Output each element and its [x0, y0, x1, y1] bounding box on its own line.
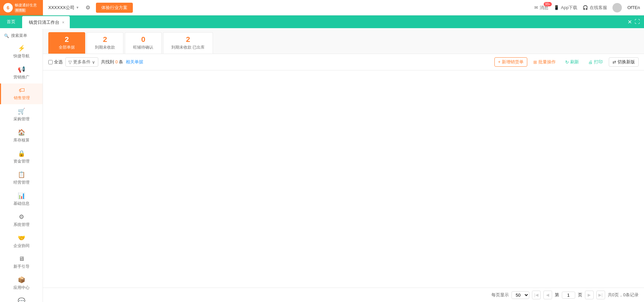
total-info: 共0页，0条记录	[608, 292, 639, 298]
print-button[interactable]: 🖨 打印	[585, 58, 606, 66]
sidebar-label-quick-nav: 快捷导航	[13, 53, 30, 59]
sidebar-label-inventory: 库存核算	[13, 137, 30, 143]
tab-home[interactable]: 首页	[0, 15, 22, 28]
logo-area: 6 畅捷通好生意 标准版	[0, 0, 43, 15]
batch-op-button[interactable]: ⊞ 批量操作	[530, 58, 559, 66]
sidebar-item-system[interactable]: ⚙ 系统管理	[0, 210, 43, 231]
sidebar-item-finance[interactable]: 🔒 资金管理	[0, 146, 43, 168]
sidebar-label-corp-coop: 企业协同	[13, 243, 30, 249]
empty-area	[43, 70, 644, 288]
select-all-checkbox[interactable]: 全选	[48, 59, 63, 65]
marketing-icon: 📢	[18, 66, 25, 73]
tab-close-icon[interactable]: ×	[62, 20, 64, 25]
brand-badge: 标准版	[15, 8, 26, 12]
summary-count-wangpu: 0	[141, 36, 145, 43]
sidebar: 🔍 搜索菜单 ⚡ 快捷导航 📢 营销推广 🏷 销售管理 🛒 采购管理 🏠 库存核…	[0, 28, 43, 302]
sidebar-item-quick-nav[interactable]: ⚡ 快捷导航	[0, 41, 43, 62]
toolbar: 全选 ▽ 更多条件 ∨ 共找到 0 条 相关单据 + 新增销货单	[43, 54, 644, 70]
page-next-button[interactable]: ▶	[585, 291, 594, 299]
summary-tab-all[interactable]: 2 全部单据	[48, 32, 85, 54]
sidebar-item-wechat[interactable]: 💬 企业微信	[0, 294, 43, 302]
select-all-input[interactable]	[48, 60, 53, 64]
experience-button[interactable]: 体验行业方案	[96, 3, 133, 13]
sales-icon: 🏷	[19, 87, 25, 94]
corp-coop-icon: 🤝	[18, 234, 25, 242]
per-page-select[interactable]: 50	[512, 291, 529, 299]
message-icon: ✉	[534, 5, 538, 10]
content-inner: 2 全部单据 2 到期未收款 0 旺辅待确认 2 到期未收款 已出库	[43, 28, 644, 302]
pagination-footer: 每页显示 50 |◀ ◀ 第 页 ▶ ▶| 共0页，0条记录	[43, 288, 644, 302]
sidebar-label-finance: 资金管理	[13, 159, 30, 164]
purchase-icon: 🛒	[18, 108, 25, 115]
more-filter-button[interactable]: ▽ 更多条件 ∨	[65, 57, 98, 67]
summary-count-unshipped: 2	[186, 36, 190, 43]
toolbar-left: 全选 ▽ 更多条件 ∨ 共找到 0 条 相关单据	[48, 57, 492, 67]
main-layout: 🔍 搜索菜单 ⚡ 快捷导航 📢 营销推广 🏷 销售管理 🛒 采购管理 🏠 库存核…	[0, 28, 644, 302]
minimize-icon[interactable]: ✕	[628, 19, 632, 25]
avatar[interactable]	[612, 3, 622, 12]
summary-label-overdue: 到期未收款	[95, 45, 115, 50]
base-info-icon: 📊	[18, 192, 25, 199]
sidebar-item-corp-coop[interactable]: 🤝 企业协同	[0, 231, 43, 252]
sidebar-item-purchase[interactable]: 🛒 采购管理	[0, 104, 43, 125]
summary-tab-wangpu[interactable]: 0 旺辅待确认	[125, 32, 162, 54]
page-input[interactable]	[562, 292, 575, 299]
switch-version-button[interactable]: ⇄ 切换新版	[609, 57, 639, 67]
brand-name: 畅捷通好生意	[15, 3, 37, 7]
wechat-icon: 💬	[18, 297, 25, 302]
top-header: 6 畅捷通好生意 标准版 XXXXXX公司 ▼ ⚙ 体验行业方案 ✉ 消息 99…	[0, 0, 644, 15]
sidebar-item-base-info[interactable]: 📊 基础信息	[0, 189, 43, 210]
content-area: 2 全部单据 2 到期未收款 0 旺辅待确认 2 到期未收款 已出库	[43, 28, 644, 302]
sidebar-item-sales[interactable]: 🏷 销售管理	[0, 83, 43, 104]
settings-button[interactable]: ⚙	[83, 3, 93, 12]
tab-active-label: 钱货日清工作台	[29, 19, 59, 25]
refresh-button[interactable]: ↻ 刷新	[562, 58, 582, 66]
toolbar-right: + 新增销货单 ⊞ 批量操作 ↻ 刷新 🖨 打印 ⇄	[494, 57, 639, 67]
refresh-icon: ↻	[565, 60, 569, 65]
page-last-button[interactable]: ▶|	[596, 291, 605, 299]
app-download-label: App下载	[561, 5, 577, 11]
logo-text: 畅捷通好生意 标准版	[15, 3, 37, 12]
sidebar-item-inventory[interactable]: 🏠 库存核算	[0, 125, 43, 146]
logo-icon: 6	[3, 3, 13, 12]
summary-label-all: 全部单据	[59, 45, 75, 50]
tab-home-label: 首页	[7, 19, 15, 25]
chevron-down-icon: ▼	[76, 6, 79, 9]
summary-tab-unshipped[interactable]: 2 到期未收款 已出库	[163, 32, 213, 54]
sidebar-label-operation: 经营管理	[13, 180, 30, 185]
sidebar-item-app-center[interactable]: 📦 应用中心	[0, 273, 43, 294]
summary-label-unshipped: 到期未收款 已出库	[171, 45, 205, 50]
company-select[interactable]: XXXXXX公司 ▼	[48, 5, 80, 11]
filter-icon: ▽	[68, 60, 72, 65]
expand-icon[interactable]: ⛶	[635, 19, 640, 25]
guide-icon: 🖥	[18, 255, 24, 262]
tab-bar-actions: ✕ ⛶	[628, 19, 644, 25]
page-label: 第	[555, 292, 559, 298]
sidebar-search[interactable]: 🔍 搜索菜单	[0, 30, 43, 41]
related-bill-link[interactable]: 相关单据	[126, 59, 143, 65]
quick-nav-icon: ⚡	[18, 45, 25, 52]
tab-active[interactable]: 钱货日清工作台 ×	[22, 16, 70, 29]
finance-icon: 🔒	[18, 150, 25, 157]
operation-icon: 📋	[18, 171, 25, 178]
app-download-button[interactable]: 📱 App下载	[554, 5, 577, 11]
company-name: XXXXXX公司	[48, 5, 74, 11]
service-icon: 🎧	[583, 5, 588, 10]
header-right: ✉ 消息 99+ 📱 App下载 🎧 在线客服 OfTEn	[534, 3, 640, 12]
sidebar-label-purchase: 采购管理	[13, 116, 30, 122]
system-icon: ⚙	[19, 213, 24, 221]
online-service-button[interactable]: 🎧 在线客服	[583, 5, 607, 11]
sidebar-item-guide[interactable]: 🖥 新手引导	[0, 252, 43, 273]
sidebar-item-operation[interactable]: 📋 经营管理	[0, 168, 43, 189]
sidebar-label-base-info: 基础信息	[13, 201, 30, 206]
online-service-label: 在线客服	[590, 5, 607, 11]
page-prev-button[interactable]: ◀	[543, 291, 552, 299]
summary-tab-overdue[interactable]: 2 到期未收款	[87, 32, 123, 54]
page-first-button[interactable]: |◀	[532, 291, 541, 299]
sidebar-item-marketing[interactable]: 📢 营销推广	[0, 62, 43, 83]
message-button[interactable]: ✉ 消息 99+	[534, 5, 548, 11]
add-sale-button[interactable]: + 新增销货单	[494, 57, 527, 67]
summary-count-all: 2	[65, 36, 69, 43]
select-all-label: 全选	[54, 59, 63, 65]
table-area	[43, 70, 644, 288]
